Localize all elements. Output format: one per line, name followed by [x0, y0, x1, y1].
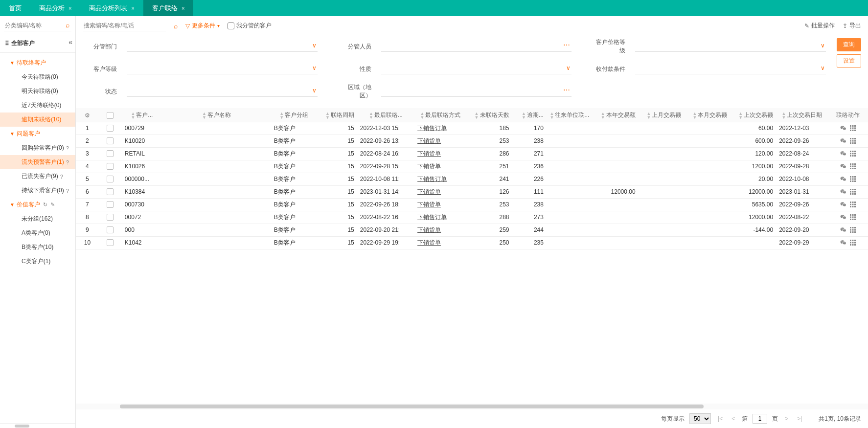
tab-1[interactable]: 商品分析×: [30, 0, 80, 16]
col-gear[interactable]: ⚙: [76, 109, 99, 122]
close-icon[interactable]: ×: [182, 5, 184, 11]
chevron-down-icon[interactable]: ∨: [821, 42, 825, 49]
export-button[interactable]: ⇪ 导出: [843, 22, 861, 30]
filter-区域（地区）[interactable]: 区域（地区）⋯: [337, 83, 572, 100]
ellipsis-icon[interactable]: ⋯: [563, 86, 571, 94]
table-row[interactable]: 2K10020B类客户152022-09-26 13:下销货单253238600…: [76, 135, 868, 147]
table-row[interactable]: 10K1042B类客户152022-09-29 19:下销货单250235202…: [76, 236, 868, 249]
table-row[interactable]: 9000B类客户152022-09-20 21:下销货单259244-144.0…: [76, 224, 868, 236]
wechat-icon[interactable]: [840, 163, 847, 170]
col-group[interactable]: ▲▼客户分组: [271, 109, 317, 122]
filter-客户等级[interactable]: 客户等级∨: [83, 64, 318, 74]
last-contact-link[interactable]: 下销货单: [417, 163, 441, 170]
chevron-down-icon[interactable]: ∨: [566, 65, 571, 71]
last-contact-link[interactable]: 下销货单: [417, 239, 441, 246]
row-checkbox[interactable]: [107, 150, 114, 157]
col-thism[interactable]: ▲▼本月交易额: [684, 109, 730, 122]
batch-action-button[interactable]: ✎ 批量操作: [804, 22, 835, 30]
grid-icon[interactable]: [850, 163, 856, 169]
wechat-icon[interactable]: [840, 125, 847, 132]
collapse-sidebar-icon[interactable]: «: [69, 38, 72, 46]
last-page-button[interactable]: >|: [795, 415, 804, 422]
chevron-down-icon[interactable]: ∨: [312, 42, 317, 49]
chevron-down-icon[interactable]: ∨: [821, 65, 825, 71]
wechat-icon[interactable]: [840, 176, 847, 182]
grid-icon[interactable]: [850, 227, 856, 233]
sidebar-item[interactable]: 回购异常客户(0)?: [0, 141, 75, 155]
sidebar-item[interactable]: 近7天待联络(0): [0, 98, 75, 113]
last-contact-link[interactable]: 下销售订单: [417, 214, 447, 221]
col-lastamt[interactable]: ▲▼上次交易额: [730, 109, 776, 122]
table-row[interactable]: 4K10026B类客户152022-09-28 15:下销货单251236120…: [76, 160, 868, 173]
settings-button[interactable]: 设置: [837, 54, 861, 68]
filter-分管部门[interactable]: 分管部门∨: [83, 38, 318, 55]
sidebar-item[interactable]: B类客户(10): [0, 240, 75, 254]
table-row[interactable]: 6K10384B类客户152023-01-31 14:下销货单126111120…: [76, 185, 868, 198]
table-row[interactable]: 3RETAILB类客户152022-08-24 16:下销货单286271120…: [76, 147, 868, 160]
help-icon[interactable]: ?: [66, 159, 69, 165]
col-code[interactable]: ▲▼客户...: [122, 109, 162, 122]
tab-3[interactable]: 客户联络×: [143, 0, 193, 16]
wechat-icon[interactable]: [840, 137, 847, 144]
row-checkbox[interactable]: [107, 201, 114, 208]
sidebar-item[interactable]: 未分组(162): [0, 212, 75, 226]
filter-客户价格等级[interactable]: 客户价格等级∨: [591, 38, 826, 55]
last-contact-link[interactable]: 下销货单: [417, 201, 441, 208]
prev-page-button[interactable]: <: [730, 415, 737, 422]
edit-icon[interactable]: ✎: [50, 202, 55, 208]
chevron-down-icon[interactable]: ∨: [312, 65, 317, 71]
grid-icon[interactable]: [850, 202, 856, 207]
sidebar-item[interactable]: C类客户(1): [0, 254, 75, 269]
sidebar-search-input[interactable]: [4, 20, 71, 31]
col-unitcontact[interactable]: ▲▼往来单位联...: [547, 109, 593, 122]
last-contact-link[interactable]: 下销货单: [417, 150, 441, 157]
sidebar-item[interactable]: 逾期未联络(10): [0, 113, 75, 127]
sidebar-item[interactable]: 已流失客户(9)?: [0, 169, 75, 183]
col-name[interactable]: ▲▼客户名称: [162, 109, 271, 122]
row-checkbox[interactable]: [107, 163, 114, 170]
grid-icon[interactable]: [850, 151, 856, 157]
row-checkbox[interactable]: [107, 125, 114, 132]
col-cycle[interactable]: ▲▼联络周期: [317, 109, 357, 122]
col-chk[interactable]: [99, 109, 122, 122]
sidebar-item[interactable]: 今天待联络(0): [0, 70, 75, 84]
query-button[interactable]: 查询: [837, 38, 861, 51]
wechat-icon[interactable]: [840, 201, 847, 208]
search-icon[interactable]: ⌕: [66, 21, 69, 29]
last-contact-link[interactable]: 下销货单: [417, 188, 441, 195]
sidebar-hscroll[interactable]: [0, 423, 75, 428]
filter-收付款条件[interactable]: 收付款条件∨: [591, 64, 826, 74]
col-action[interactable]: 联络动作: [828, 109, 868, 122]
my-customers-checkbox[interactable]: 我分管的客户: [228, 22, 272, 30]
col-lasttime[interactable]: ▲▼最后联络...: [357, 109, 414, 122]
col-nocontact[interactable]: ▲▼未联络天数: [466, 109, 512, 122]
sidebar-item[interactable]: A类客户(0): [0, 226, 75, 240]
grid-icon[interactable]: [850, 189, 856, 195]
tab-2[interactable]: 商品分析列表×: [80, 0, 143, 16]
sidebar-item[interactable]: 明天待联络(0): [0, 84, 75, 98]
page-input[interactable]: [753, 414, 767, 424]
row-checkbox[interactable]: [107, 188, 114, 195]
close-icon[interactable]: ×: [69, 5, 71, 11]
wechat-icon[interactable]: [840, 239, 847, 246]
row-checkbox[interactable]: [107, 239, 114, 246]
col-overdue[interactable]: ▲▼逾期...: [512, 109, 547, 122]
table-hscroll[interactable]: [76, 404, 868, 409]
table-row[interactable]: 7000730B类客户152022-09-26 18:下销货单253238563…: [76, 198, 868, 211]
main-search-input[interactable]: [83, 20, 166, 31]
wechat-icon[interactable]: [840, 226, 847, 233]
next-page-button[interactable]: >: [783, 415, 790, 422]
grid-icon[interactable]: [850, 138, 856, 144]
gear-icon[interactable]: ⚙: [85, 112, 90, 119]
tab-0[interactable]: 首页: [0, 0, 30, 16]
help-icon[interactable]: ?: [66, 145, 69, 151]
row-checkbox[interactable]: [107, 137, 114, 144]
col-lastway[interactable]: ▲▼最后联络方式: [414, 109, 466, 122]
wechat-icon[interactable]: [840, 188, 847, 195]
table-row[interactable]: 800072B类客户152022-08-22 16:下销售订单288273120…: [76, 211, 868, 224]
grid-icon[interactable]: [850, 125, 856, 131]
sidebar-all-customers[interactable]: ⠿ 全部客户 «: [0, 34, 75, 53]
help-icon[interactable]: ?: [66, 188, 69, 194]
table-row[interactable]: 1000729B类客户152022-12-03 15:下销售订单18517060…: [76, 122, 868, 135]
refresh-icon[interactable]: ↻: [43, 202, 47, 208]
